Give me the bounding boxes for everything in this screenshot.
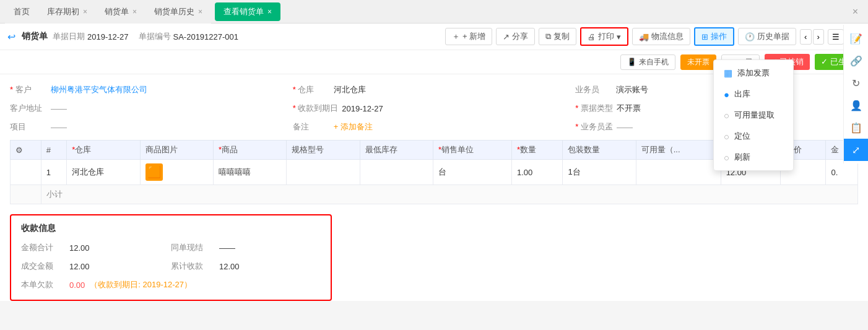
- tab-sales-close[interactable]: ×: [132, 7, 137, 16]
- sales-rep-label: 业务员孟: [575, 121, 613, 132]
- print-button[interactable]: 🖨 打印 ▾: [580, 27, 628, 46]
- logistics-button[interactable]: 🚚 物流信息: [632, 28, 690, 45]
- address-value: ——: [51, 104, 67, 113]
- meta-number: 单据编号 SA-20191227-001: [139, 31, 239, 42]
- warehouse-value[interactable]: 河北仓库: [334, 84, 366, 95]
- locate-label: 定位: [734, 131, 750, 142]
- due-date-label: 收款到期日: [293, 103, 339, 114]
- sidebar-expand-button[interactable]: ⤢: [844, 139, 869, 161]
- from-phone-button[interactable]: 📱 来自手机: [620, 54, 675, 70]
- dropdown-out-stock[interactable]: ● 出库: [714, 84, 793, 105]
- sidebar-notes-button[interactable]: 📝: [844, 27, 869, 50]
- warehouse-field: 仓库 河北仓库: [293, 80, 576, 99]
- nav-arrows: ‹ ›: [800, 29, 824, 45]
- right-sidebar: 📝 🔗 ↻ 👤 📋 ⤢: [843, 25, 868, 163]
- customer-value[interactable]: 柳州粤港平安气体有限公司: [51, 84, 147, 95]
- employee-value: 演示账号: [616, 84, 648, 95]
- add-note-button[interactable]: + 添加备注: [334, 121, 373, 132]
- employee-label: 业务员: [575, 84, 612, 95]
- locate-icon: ○: [724, 131, 729, 142]
- add-invoice-label: 添加发票: [737, 67, 770, 79]
- sidebar-link-button[interactable]: 🔗: [844, 50, 869, 72]
- row-unit: 台: [433, 160, 511, 185]
- same-order-value: ——: [219, 243, 235, 253]
- dropdown-qty-fetch[interactable]: ○ 可用量提取: [714, 105, 793, 126]
- row-num: 1: [41, 160, 67, 185]
- out-stock-icon: ●: [724, 89, 729, 100]
- refresh-icon: ○: [724, 152, 729, 163]
- add-button[interactable]: ＋ + 新增: [445, 28, 492, 45]
- tab-sales-label: 销货单: [105, 6, 129, 17]
- print-dropdown-icon: ▾: [617, 32, 621, 41]
- dropdown-add-invoice[interactable]: ▦ 添加发票: [714, 63, 793, 84]
- note-field: 备注 + 添加备注: [293, 118, 576, 136]
- tab-home-label: 首页: [14, 6, 30, 17]
- row-qty: 1.00: [511, 160, 562, 185]
- col-warehouse-header: *仓库: [67, 141, 140, 160]
- sidebar-refresh-button[interactable]: ↻: [844, 72, 869, 94]
- window-close-button[interactable]: ×: [848, 6, 863, 17]
- col-product-header: *商品: [213, 141, 286, 160]
- sales-rep-value: ——: [617, 123, 633, 132]
- project-field: 项目 ——: [10, 118, 293, 136]
- total-label: 金额合计: [21, 242, 64, 253]
- refresh-label: 刷新: [734, 152, 750, 163]
- tab-history-close[interactable]: ×: [198, 7, 202, 16]
- share-button[interactable]: ↗ 分享: [496, 28, 535, 45]
- copy-button[interactable]: ⧉ 复制: [539, 28, 576, 45]
- col-settings-header[interactable]: ⚙: [11, 141, 41, 160]
- cumulative-value: 12.00: [219, 262, 240, 271]
- due-date-field: 收款到期日 2019-12-27: [293, 99, 576, 118]
- payment-title: 收款信息: [21, 223, 321, 234]
- list-view-button[interactable]: ☰: [828, 29, 844, 45]
- row-spec: [287, 160, 360, 185]
- out-stock-label: 出库: [734, 89, 750, 100]
- form-title-area: ↩ 销货单: [7, 31, 48, 43]
- tab-home[interactable]: 首页: [5, 0, 38, 24]
- col-spec-header: 规格型号: [287, 141, 360, 160]
- dropdown-menu: ▦ 添加发票 ● 出库 ○ 可用量提取 ○ 定位 ○ 刷新: [713, 59, 794, 171]
- not-open-button[interactable]: 未开票: [680, 54, 716, 70]
- row-product[interactable]: 嘻嘻嘻嘻: [213, 160, 286, 185]
- same-order-label: 同单现结: [171, 242, 214, 253]
- dropdown-refresh[interactable]: ○ 刷新: [714, 147, 793, 168]
- project-value: ——: [51, 123, 67, 132]
- cumulative-label: 累计收款: [171, 261, 214, 272]
- prev-button[interactable]: ‹: [800, 29, 811, 45]
- print-icon: 🖨: [588, 32, 596, 41]
- operate-button[interactable]: ⊞ 操作: [694, 27, 734, 46]
- warehouse-label: 仓库: [293, 84, 330, 95]
- tab-history[interactable]: 销货单历史 ×: [145, 0, 211, 24]
- tab-sales[interactable]: 销货单 ×: [96, 0, 145, 24]
- subtotal-row: 小计: [11, 185, 858, 204]
- subtotal-label: 小计: [41, 185, 857, 204]
- toolbar-actions: ＋ + 新增 ↗ 分享 ⧉ 复制 🖨 打印 ▾ 🚚 物流信息 ⊞: [445, 27, 861, 46]
- add-invoice-icon: ▦: [724, 67, 732, 79]
- row-warehouse: 河北仓库: [67, 160, 140, 185]
- meta-date: 单据日期 2019-12-27: [53, 31, 129, 42]
- row-settings[interactable]: [11, 160, 41, 185]
- tab-inventory[interactable]: 库存期初 ×: [38, 0, 96, 24]
- dropdown-locate[interactable]: ○ 定位: [714, 126, 793, 147]
- arrear-note: （收款到期日: 2019-12-27）: [90, 279, 192, 290]
- phone-icon: 📱: [627, 58, 636, 66]
- sidebar-log-button[interactable]: 📋: [844, 116, 869, 139]
- col-available-header: 可用量（...: [636, 141, 721, 160]
- sidebar-user-button[interactable]: 👤: [844, 94, 869, 116]
- col-unit-header: *销售单位: [433, 141, 511, 160]
- history-button[interactable]: 🕐 历史单据: [738, 28, 796, 45]
- note-label: 备注: [293, 121, 330, 132]
- tab-view-sales[interactable]: 查看销货单 ×: [215, 2, 280, 21]
- next-button[interactable]: ›: [813, 29, 824, 45]
- logistics-icon: 🚚: [639, 32, 649, 41]
- share-icon: ↗: [503, 32, 510, 41]
- meta-date-value: 2019-12-27: [87, 32, 129, 41]
- transaction-label: 成交金额: [21, 261, 64, 272]
- tab-view-sales-close[interactable]: ×: [267, 7, 272, 16]
- tab-inventory-close[interactable]: ×: [83, 7, 87, 16]
- operate-icon: ⊞: [701, 32, 708, 41]
- col-pack-qty-header: 包装数量: [563, 141, 636, 160]
- qty-fetch-label: 可用量提取: [734, 110, 775, 121]
- add-icon: ＋: [452, 31, 460, 42]
- dropdown-overlay: ▦ 添加发票 ● 出库 ○ 可用量提取 ○ 定位 ○ 刷新: [713, 59, 794, 171]
